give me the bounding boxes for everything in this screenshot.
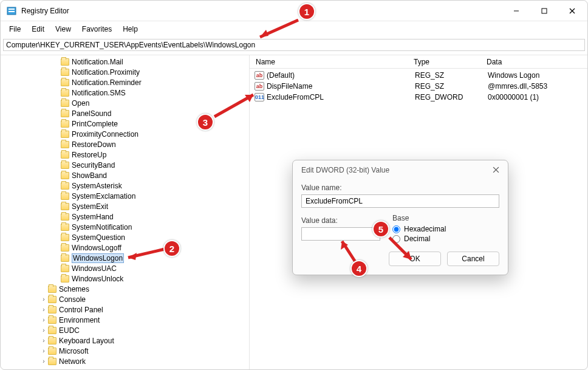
tree-item-label: Environment [59, 316, 100, 324]
chevron-right-icon[interactable]: › [39, 358, 48, 365]
svg-rect-2 [9, 11, 15, 12]
tree-item-label: RestoreUp [72, 151, 106, 159]
value-name: ExcludeFromCPL [267, 93, 415, 101]
tree-item-label: EUDC [59, 326, 80, 335]
chevron-right-icon[interactable]: › [39, 337, 48, 344]
tree-item-label: WindowsUnlock [72, 275, 123, 283]
folder-icon [48, 296, 56, 303]
tree-item-systemhand[interactable]: SystemHand [15, 211, 249, 222]
value-row[interactable]: abDispFileNameREG_SZ@mmres.dll,-5853 [250, 81, 587, 92]
tree-item-systemquestion[interactable]: SystemQuestion [15, 232, 249, 242]
tree-item-label: Notification.Mail [72, 58, 123, 66]
tree-item-console[interactable]: ›Console [15, 294, 249, 304]
annotation-2: 2 [163, 240, 180, 257]
radio-hex-input[interactable] [392, 225, 400, 233]
col-name[interactable]: Name [250, 58, 414, 66]
col-type[interactable]: Type [414, 58, 487, 66]
base-label: Base [392, 214, 499, 222]
tree-item-label: SystemHand [72, 213, 114, 221]
ok-button[interactable]: OK [389, 252, 441, 266]
cancel-button[interactable]: Cancel [447, 252, 499, 266]
col-data[interactable]: Data [487, 58, 587, 66]
string-value-icon: ab [255, 82, 264, 91]
svg-rect-4 [542, 9, 547, 13]
folder-icon [61, 58, 69, 66]
folder-icon [61, 275, 69, 283]
folder-icon [61, 213, 69, 221]
tree-item-label: SystemNotification [72, 223, 132, 231]
folder-icon [61, 162, 69, 169]
tree-pane[interactable]: Notification.MailNotification.ProximityN… [1, 55, 250, 370]
radio-hex[interactable]: Hexadecimal [392, 225, 499, 233]
menu-favorites[interactable]: Favorites [77, 22, 117, 36]
menu-bar: File Edit View Favorites Help [1, 21, 587, 37]
value-name-label: Value name: [301, 183, 499, 192]
dialog-close-icon[interactable] [490, 165, 502, 175]
tree-item-notification-sms[interactable]: Notification.SMS [15, 87, 249, 98]
tree-item-printcomplete[interactable]: PrintComplete [15, 118, 249, 129]
menu-view[interactable]: View [50, 22, 76, 36]
tree-item-showband[interactable]: ShowBand [15, 170, 249, 180]
tree-item-microsoft[interactable]: ›Microsoft [15, 346, 249, 356]
value-row[interactable]: 011ExcludeFromCPLREG_DWORD0x00000001 (1) [250, 92, 587, 103]
folder-icon [61, 193, 69, 200]
menu-file[interactable]: File [4, 22, 26, 36]
folder-icon [61, 131, 69, 138]
tree-item-keyboard-layout[interactable]: ›Keyboard Layout [15, 335, 249, 346]
tree-item-notification-reminder[interactable]: Notification.Reminder [15, 77, 249, 87]
folder-icon [48, 337, 56, 344]
address-input[interactable] [3, 39, 585, 51]
tree-item-restoredown[interactable]: RestoreDown [15, 139, 249, 149]
value-type: REG_DWORD [415, 93, 488, 101]
chevron-right-icon[interactable]: › [39, 306, 48, 313]
edit-dword-dialog: Edit DWORD (32-bit) Value Value name: Va… [292, 160, 508, 275]
tree-item-proximityconnection[interactable]: ProximityConnection [15, 129, 249, 139]
tree-item-securityband[interactable]: SecurityBand [15, 160, 249, 170]
tree-item-systemnotification[interactable]: SystemNotification [15, 222, 249, 232]
menu-help[interactable]: Help [118, 22, 143, 36]
tree-item-label: Control Panel [59, 306, 103, 314]
tree-item-restoreup[interactable]: RestoreUp [15, 149, 249, 160]
value-name: (Default) [267, 71, 415, 80]
tree-item-label: Schemes [59, 285, 89, 293]
window-title: Registry Editor [21, 7, 69, 15]
maximize-button[interactable] [530, 1, 558, 21]
tree-item-windowslogon[interactable]: WindowsLogon [15, 253, 249, 263]
close-button[interactable] [558, 1, 586, 21]
tree-item-windowslogoff[interactable]: WindowsLogoff [15, 242, 249, 253]
tree-item-windowsunlock[interactable]: WindowsUnlock [15, 273, 249, 284]
tree-item-label: RestoreDown [72, 140, 116, 149]
binary-value-icon: 011 [255, 93, 264, 101]
tree-item-systemexit[interactable]: SystemExit [15, 201, 249, 211]
tree-item-notification-proximity[interactable]: Notification.Proximity [15, 67, 249, 77]
value-data-label: Value data: [301, 216, 380, 225]
tree-item-systemexclamation[interactable]: SystemExclamation [15, 191, 249, 201]
tree-item-notification-mail[interactable]: Notification.Mail [15, 57, 249, 67]
tree-item-label: SecurityBand [72, 161, 115, 170]
value-name-input[interactable] [301, 194, 499, 208]
folder-icon [61, 120, 69, 128]
chevron-right-icon[interactable]: › [39, 317, 48, 323]
radio-dec-input[interactable] [392, 235, 400, 243]
chevron-right-icon[interactable]: › [39, 348, 48, 354]
tree-item-schemes[interactable]: Schemes [15, 284, 249, 294]
value-row[interactable]: ab(Default)REG_SZWindows Logon [250, 70, 587, 81]
radio-dec[interactable]: Decimal [392, 235, 499, 243]
value-data-input[interactable] [301, 227, 380, 241]
tree-item-environment[interactable]: ›Environment [15, 315, 249, 325]
regedit-icon [7, 6, 16, 16]
tree-item-network[interactable]: ›Network [15, 356, 249, 366]
tree-item-open[interactable]: Open [15, 98, 249, 108]
chevron-right-icon[interactable]: › [39, 296, 48, 303]
tree-item-windowsuac[interactable]: WindowsUAC [15, 263, 249, 273]
tree-item-eudc[interactable]: ›EUDC [15, 325, 249, 335]
folder-icon [48, 317, 56, 324]
value-type: REG_SZ [415, 82, 488, 91]
tree-item-systemasterisk[interactable]: SystemAsterisk [15, 180, 249, 191]
tree-item-control-panel[interactable]: ›Control Panel [15, 304, 249, 315]
menu-edit[interactable]: Edit [27, 22, 49, 36]
tree-item-panelsound[interactable]: PanelSound [15, 108, 249, 118]
chevron-right-icon[interactable]: › [39, 327, 48, 334]
folder-icon [61, 89, 69, 97]
minimize-button[interactable] [502, 1, 530, 21]
